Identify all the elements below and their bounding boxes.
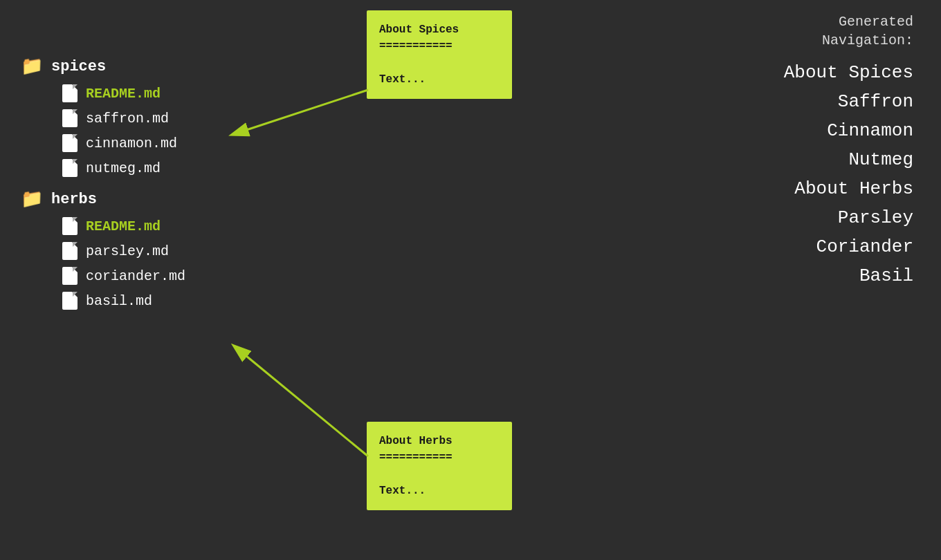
main-container: 📁 spices README.md saffron.md cinnamon.m…	[0, 0, 941, 560]
tooltip-herbs-separator: ===========	[379, 449, 500, 466]
navigation-label: Navigation:	[784, 32, 913, 48]
file-basil[interactable]: basil.md	[62, 292, 256, 310]
file-label-cinnamon: cinnamon.md	[86, 136, 177, 151]
nav-panel: Generated Navigation: About Spices Saffr…	[784, 14, 913, 295]
tooltip-spices: About Spices =========== Text...	[367, 10, 512, 99]
nav-item-nutmeg[interactable]: Nutmeg	[784, 149, 913, 170]
tooltip-herbs-title: About Herbs	[379, 433, 500, 449]
file-label-coriander: coriander.md	[86, 268, 185, 284]
nav-item-coriander[interactable]: Coriander	[784, 236, 913, 257]
file-label-parsley: parsley.md	[86, 243, 169, 259]
file-herbs-readme[interactable]: README.md	[62, 217, 256, 235]
tooltip-herbs-body: Text...	[379, 483, 500, 499]
arrow-herbs-readme	[242, 353, 368, 456]
spices-files: README.md saffron.md cinnamon.md nutmeg.…	[62, 84, 256, 177]
folder-herbs: 📁 herbs	[21, 188, 256, 210]
file-label-saffron: saffron.md	[86, 111, 169, 127]
generated-label: Generated	[784, 14, 913, 30]
file-parsley[interactable]: parsley.md	[62, 242, 256, 260]
file-icon	[62, 242, 77, 260]
file-spices-readme[interactable]: README.md	[62, 84, 256, 102]
file-icon	[62, 217, 77, 235]
file-nutmeg[interactable]: nutmeg.md	[62, 159, 256, 177]
file-icon	[62, 109, 77, 127]
file-icon	[62, 267, 77, 285]
folder-icon-spices: 📁	[21, 55, 43, 77]
file-icon	[62, 84, 77, 102]
nav-item-parsley[interactable]: Parsley	[784, 207, 913, 228]
folder-spices: 📁 spices	[21, 55, 256, 77]
nav-item-saffron[interactable]: Saffron	[784, 91, 913, 112]
nav-items: About Spices Saffron Cinnamon Nutmeg Abo…	[784, 62, 913, 286]
file-label-nutmeg: nutmeg.md	[86, 160, 161, 176]
file-label-spices-readme: README.md	[86, 86, 161, 102]
file-icon	[62, 159, 77, 177]
nav-item-basil[interactable]: Basil	[784, 265, 913, 286]
folder-icon-herbs: 📁	[21, 188, 43, 210]
tooltip-spices-body: Text...	[379, 71, 500, 88]
file-label-basil: basil.md	[86, 293, 152, 309]
file-icon	[62, 292, 77, 310]
folder-label-spices: spices	[51, 58, 106, 75]
tooltip-spices-title: About Spices	[379, 21, 500, 38]
tooltip-herbs: About Herbs =========== Text...	[367, 422, 512, 510]
tooltip-spices-separator: ===========	[379, 38, 500, 55]
file-label-herbs-readme: README.md	[86, 218, 161, 234]
herbs-files: README.md parsley.md coriander.md basil.…	[62, 217, 256, 310]
file-tree: 📁 spices README.md saffron.md cinnamon.m…	[21, 14, 256, 546]
file-icon	[62, 134, 77, 152]
file-cinnamon[interactable]: cinnamon.md	[62, 134, 256, 152]
nav-item-about-spices[interactable]: About Spices	[784, 62, 913, 83]
folder-label-herbs: herbs	[51, 191, 97, 208]
nav-item-cinnamon[interactable]: Cinnamon	[784, 120, 913, 141]
nav-item-about-herbs[interactable]: About Herbs	[784, 178, 913, 199]
file-saffron[interactable]: saffron.md	[62, 109, 256, 127]
arrow-spices-readme	[242, 90, 368, 131]
file-coriander[interactable]: coriander.md	[62, 267, 256, 285]
